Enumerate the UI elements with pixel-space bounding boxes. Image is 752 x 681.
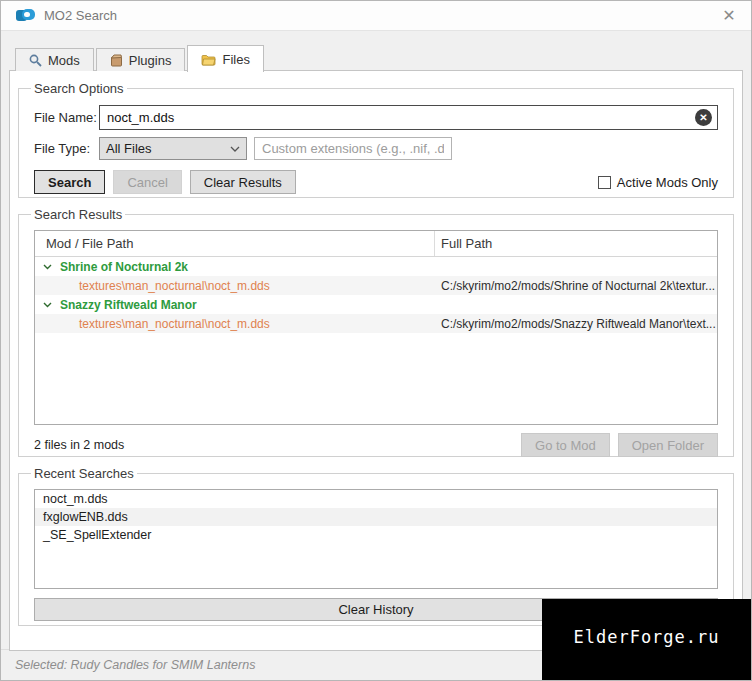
file-full-path: C:/skyrim/mo2/mods/Shrine of Nocturnal 2… — [435, 279, 717, 293]
tab-files[interactable]: Files — [187, 45, 263, 72]
window-title: MO2 Search — [44, 8, 117, 23]
search-options-group: Search Options File Name: ✕ File Type: A… — [18, 81, 734, 198]
search-results-title: Search Results — [31, 207, 125, 222]
cancel-button: Cancel — [113, 170, 181, 194]
recent-searches-list[interactable]: noct_m.dds fxglowENB.dds _SE_SpellExtend… — [34, 489, 718, 589]
folder-icon — [201, 54, 216, 66]
search-button[interactable]: Search — [34, 170, 105, 194]
mod-name: Shrine of Nocturnal 2k — [60, 260, 188, 274]
file-relative-path: textures\man_nocturnal\noct_m.dds — [35, 279, 270, 293]
table-row-file[interactable]: textures\man_nocturnal\noct_m.dds C:/sky… — [35, 276, 717, 295]
file-type-select[interactable]: All Files — [99, 137, 247, 160]
table-row-mod[interactable]: Snazzy Riftweald Manor — [35, 295, 717, 314]
list-item[interactable]: noct_m.dds — [35, 490, 717, 508]
open-folder-button: Open Folder — [618, 433, 718, 457]
file-relative-path: textures\man_nocturnal\noct_m.dds — [35, 317, 270, 331]
search-options-title: Search Options — [31, 81, 127, 96]
results-count: 2 files in 2 mods — [34, 438, 124, 452]
selected-mod-status: Selected: Rudy Candles for SMIM Lanterns — [15, 658, 255, 672]
file-type-label: File Type: — [34, 141, 99, 156]
column-mod-file-path[interactable]: Mod / File Path — [35, 231, 435, 256]
search-results-group: Search Results Mod / File Path Full Path… — [18, 207, 734, 457]
tab-mods-label: Mods — [48, 53, 80, 68]
magnifier-icon — [29, 54, 42, 67]
column-full-path[interactable]: Full Path — [435, 236, 717, 251]
file-full-path: C:/skyrim/mo2/mods/Snazzy Riftweald Mano… — [435, 317, 717, 331]
files-tab-page: Search Options File Name: ✕ File Type: A… — [9, 70, 743, 651]
watermark-text: ElderForge.ru — [573, 627, 719, 647]
active-mods-only-label: Active Mods Only — [617, 175, 718, 190]
close-icon[interactable]: ✕ — [707, 1, 751, 31]
collapse-chevron-icon[interactable] — [43, 264, 52, 270]
list-item[interactable]: fxglowENB.dds — [35, 508, 717, 526]
clear-filename-icon[interactable]: ✕ — [695, 109, 712, 126]
tab-plugins[interactable]: Plugins — [96, 48, 186, 71]
chevron-down-icon — [230, 146, 240, 152]
table-row-file[interactable]: textures\man_nocturnal\noct_m.dds C:/sky… — [35, 314, 717, 333]
tab-plugins-label: Plugins — [129, 53, 172, 68]
mod-name: Snazzy Riftweald Manor — [60, 298, 197, 312]
tab-bar: Mods Plugins Files — [15, 45, 751, 71]
results-table[interactable]: Mod / File Path Full Path Shrine of Noct… — [34, 230, 718, 425]
active-mods-only-checkbox[interactable]: Active Mods Only — [598, 175, 718, 190]
title-bar: MO2 Search ✕ — [1, 1, 751, 31]
list-item[interactable]: _SE_SpellExtender — [35, 526, 717, 544]
table-row-mod[interactable]: Shrine of Nocturnal 2k — [35, 257, 717, 276]
checkbox-box[interactable] — [598, 176, 611, 189]
recent-searches-title: Recent Searches — [31, 466, 137, 481]
mo2-search-dialog: MO2 Search ✕ Mods Plugins Files — [0, 0, 752, 681]
results-table-header: Mod / File Path Full Path — [35, 231, 717, 257]
plugin-box-icon — [110, 54, 123, 67]
clear-results-button[interactable]: Clear Results — [190, 170, 296, 194]
go-to-mod-button: Go to Mod — [521, 433, 610, 457]
collapse-chevron-icon[interactable] — [43, 302, 52, 308]
file-name-label: File Name: — [34, 110, 99, 125]
tab-files-label: Files — [222, 52, 249, 67]
file-name-input[interactable] — [99, 105, 718, 130]
tab-mods[interactable]: Mods — [15, 48, 94, 71]
mo2-logo-icon — [16, 9, 35, 22]
watermark-overlay: ElderForge.ru — [542, 599, 751, 680]
file-type-value: All Files — [106, 141, 230, 156]
custom-extensions-input[interactable] — [254, 137, 452, 160]
